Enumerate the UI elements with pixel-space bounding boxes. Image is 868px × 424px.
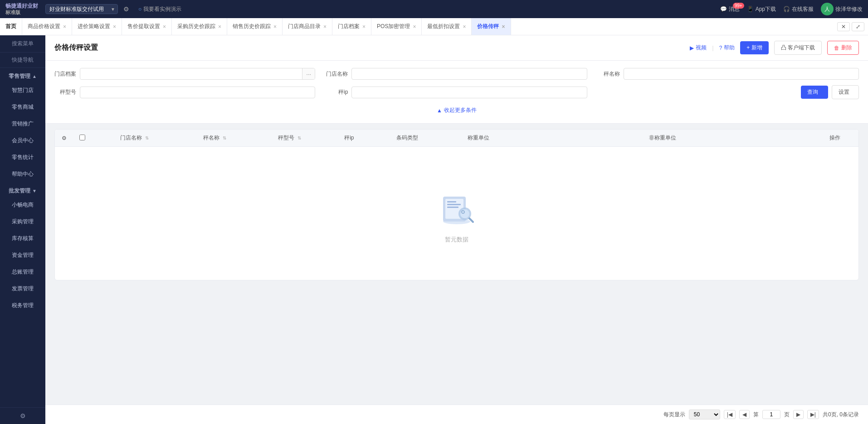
- tab-close-purchase-strategy[interactable]: ×: [113, 24, 116, 30]
- page-number-input[interactable]: [762, 410, 780, 419]
- store-name-input[interactable]: [351, 68, 587, 80]
- tab-sale-price[interactable]: 售价提取设置 ×: [122, 18, 172, 35]
- store-file-input[interactable]: [80, 68, 302, 79]
- scale-name-input[interactable]: [624, 68, 859, 80]
- sidebar-section-wholesale[interactable]: 批发管理 ▼: [0, 183, 45, 197]
- select-all-checkbox[interactable]: [79, 135, 85, 140]
- tab-close-store-file[interactable]: ×: [362, 24, 366, 30]
- th-scale-name[interactable]: 秤名称 ⇅: [178, 130, 252, 147]
- collapse-btn[interactable]: ▲ 收起更多条件: [54, 105, 859, 116]
- tab-purchase-strategy[interactable]: 进价策略设置 ×: [72, 18, 122, 35]
- sidebar-item-smart-store[interactable]: 智慧门店: [0, 82, 45, 99]
- store-file-picker-btn[interactable]: ···: [302, 68, 315, 79]
- last-page-btn[interactable]: ▶|: [807, 410, 819, 419]
- online-service-btn[interactable]: 🎧 在线客服: [783, 5, 814, 13]
- scale-model-input[interactable]: [80, 87, 315, 98]
- tab-purchase-history[interactable]: 采购历史价跟踪 ×: [172, 18, 227, 35]
- app-logo: 畅捷通好业财 标准版: [5, 3, 42, 15]
- tab-bar-actions: ✕ ⤢: [834, 22, 868, 31]
- add-button[interactable]: + 新增: [740, 41, 768, 54]
- tab-close-price-transfer[interactable]: ×: [502, 24, 505, 30]
- tab-min-discount[interactable]: 最低折扣设置 ×: [422, 18, 472, 35]
- empty-icon: [434, 183, 479, 228]
- sidebar-item-member[interactable]: 会员中心: [0, 132, 45, 149]
- sidebar: 搜索菜单 快捷导航 零售管理 ▲ 智慧门店 零售商城 营销推广 会员中心 零售统…: [0, 35, 45, 424]
- download-client-button[interactable]: 凸 客户端下载: [774, 41, 822, 55]
- message-icon: 💬: [720, 6, 727, 12]
- page-header: 价格传秤设置 ▶ 视频 | ? 帮助 + 新增 凸 客户端下载 🗑: [45, 35, 868, 61]
- sidebar-item-retail-stats[interactable]: 零售统计: [0, 149, 45, 166]
- next-page-btn[interactable]: ▶: [793, 410, 804, 419]
- sidebar-item-retail-mall[interactable]: 零售商城: [0, 99, 45, 116]
- th-non-weight-unit: 非称重单位: [514, 130, 811, 147]
- tab-price-transfer[interactable]: 价格传秤 ×: [472, 18, 511, 35]
- sidebar-item-marketing[interactable]: 营销推广: [0, 116, 45, 132]
- top-bar: 畅捷通好业财 标准版 好业财标准版交付试用 ▼ ⚙ 我要看实例演示 💬 消息 9…: [0, 0, 868, 18]
- top-settings-icon[interactable]: ⚙: [122, 4, 131, 14]
- sidebar-item-ecommerce[interactable]: 小畅电商: [0, 197, 45, 213]
- demo-link[interactable]: 我要看实例演示: [138, 5, 181, 13]
- app-download-btn[interactable]: 📱 App下载: [747, 5, 776, 13]
- tab-close-price-setting[interactable]: ×: [63, 24, 66, 30]
- svg-rect-5: [447, 207, 458, 208]
- help-link[interactable]: ? 帮助: [719, 44, 735, 52]
- per-page-select[interactable]: 50 10 20 100: [689, 410, 720, 419]
- collapse-arrow-icon: ▲: [437, 107, 442, 114]
- sidebar-item-finance[interactable]: 资金管理: [0, 247, 45, 264]
- sidebar-quick-nav[interactable]: 快捷导航: [0, 53, 45, 68]
- th-scale-model[interactable]: 秤型号 ⇅: [252, 130, 327, 147]
- first-page-btn[interactable]: |◀: [724, 410, 736, 419]
- settings-filter-button[interactable]: 设置: [832, 85, 859, 99]
- prev-page-btn[interactable]: ◀: [739, 410, 750, 419]
- sidebar-item-purchase[interactable]: 采购管理: [0, 213, 45, 230]
- page-header-actions: ▶ 视频 | ? 帮助 + 新增 凸 客户端下载 🗑 删除: [690, 41, 859, 55]
- sidebar-settings-icon[interactable]: ⚙: [0, 407, 45, 424]
- video-link[interactable]: ▶ 视频: [690, 44, 707, 52]
- th-store-name[interactable]: 门店名称 ⇅: [91, 130, 178, 147]
- scale-ip-label: 秤ip: [326, 88, 348, 96]
- delete-button[interactable]: 🗑 删除: [827, 41, 859, 55]
- close-tab-btn[interactable]: ✕: [837, 22, 850, 31]
- empty-state: 暂元数据: [55, 147, 858, 280]
- th-settings[interactable]: ⚙: [55, 130, 73, 147]
- message-btn[interactable]: 💬 消息 99+: [720, 5, 740, 13]
- tab-home[interactable]: 首页: [0, 18, 22, 35]
- tab-close-min-discount[interactable]: ×: [463, 24, 466, 30]
- sort-icon: ⇅: [297, 135, 301, 140]
- version-select[interactable]: 好业财标准版交付试用: [45, 4, 118, 14]
- tab-close-pos-management[interactable]: ×: [413, 24, 416, 30]
- settings-icon: ⚙: [62, 135, 67, 141]
- expand-tab-btn[interactable]: ⤢: [852, 22, 864, 31]
- delete-icon: 🗑: [834, 45, 839, 51]
- query-button[interactable]: 查询: [801, 86, 828, 99]
- main-layout: 搜索菜单 快捷导航 零售管理 ▲ 智慧门店 零售商城 营销推广 会员中心 零售统…: [0, 35, 868, 424]
- tab-sale-history[interactable]: 销售历史价跟踪 ×: [227, 18, 283, 35]
- tab-close-sale-price[interactable]: ×: [163, 24, 166, 30]
- sidebar-search[interactable]: 搜索菜单: [0, 35, 45, 53]
- sidebar-section-retail[interactable]: 零售管理 ▲: [0, 68, 45, 82]
- tab-close-purchase-history[interactable]: ×: [218, 24, 221, 30]
- user-menu[interactable]: 人 徐泽华修改: [821, 3, 863, 15]
- store-file-field: 门店档案 ···: [54, 68, 315, 80]
- tab-close-sale-history[interactable]: ×: [273, 24, 277, 30]
- sidebar-item-help[interactable]: 帮助中心: [0, 166, 45, 183]
- sidebar-item-general-ledger[interactable]: 总账管理: [0, 264, 45, 280]
- empty-text: 暂元数据: [445, 236, 468, 244]
- pagination-bar: 每页显示 50 10 20 100 |◀ ◀ 算 页 ▶ ▶| 共0页, 0条记…: [45, 405, 868, 424]
- scale-model-field: 秤型号: [54, 87, 315, 98]
- scale-ip-input[interactable]: [351, 87, 587, 98]
- tab-close-store-catalog[interactable]: ×: [323, 24, 327, 30]
- sidebar-item-invoice[interactable]: 发票管理: [0, 280, 45, 297]
- th-weight-unit: 称重单位: [443, 130, 514, 147]
- tab-store-catalog[interactable]: 门店商品目录 ×: [283, 18, 332, 35]
- filter-actions: 查询 设置: [598, 85, 859, 99]
- tab-price-setting[interactable]: 商品价格设置 ×: [22, 18, 72, 35]
- tab-store-file[interactable]: 门店档案 ×: [332, 18, 371, 35]
- table-header-row: ⚙ 门店名称 ⇅ 秤名称 ⇅: [55, 130, 858, 147]
- tab-pos-management[interactable]: POS加密管理 ×: [371, 18, 422, 35]
- sidebar-item-tax[interactable]: 税务管理: [0, 297, 45, 314]
- filter-row-1: 门店档案 ··· 门店名称 秤名称: [54, 68, 859, 80]
- filter-row-2: 秤型号 秤ip 查询 设置: [54, 85, 859, 99]
- sidebar-item-inventory[interactable]: 库存核算: [0, 230, 45, 247]
- th-checkbox[interactable]: [73, 130, 91, 147]
